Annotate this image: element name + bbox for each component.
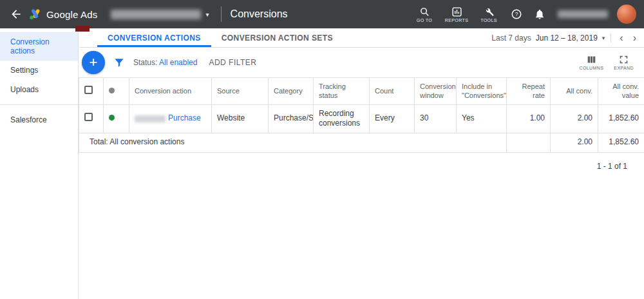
col-label: Category [274,87,303,95]
sidebar-item-salesforce[interactable]: Salesforce [0,110,78,130]
help-icon: ? [511,8,522,20]
tab-label: CONVERSION ACTION SETS [222,34,333,43]
row-category-cell: Purchase/Sale [269,104,314,133]
expand-label: EXPAND [614,66,634,70]
select-all-cell [79,78,104,105]
col-label: Tracking status [319,82,346,99]
date-prev-button[interactable]: ‹ [617,33,625,43]
status-filter-value[interactable]: All enabled [159,58,197,67]
reports-label: REPORTS [445,18,469,23]
row-include-cell: Yes [457,104,507,133]
expand-icon [619,55,629,64]
col-label: All conv. [566,87,592,95]
goto-search-button[interactable]: GO TO [411,6,438,23]
table-tools: COLUMNS EXPAND [580,55,638,70]
status-dot-header [104,78,129,105]
top-app-bar: Google Ads ▾ Conversions GO TO REPORTS T… [0,0,644,28]
columns-button[interactable]: COLUMNS [580,55,604,70]
col-all-conv-value: All conv. value [598,78,644,105]
col-conversion-window: Conversion window [415,78,457,105]
product-name: Google Ads [46,9,98,20]
filter-funnel-icon [113,56,126,69]
col-label: Conversion window [420,82,456,99]
total-repeat-rate-cell [507,133,551,152]
row-all-conv-value-cell: 1,852.60 [598,104,644,133]
date-range-value: Jun 12 – 18, 2019 [536,34,598,43]
account-caret-icon[interactable]: ▾ [206,11,209,18]
filter-button[interactable] [113,56,126,69]
table-row: Purchase Website Purchase/Sale Recording… [79,104,644,133]
columns-label: COLUMNS [580,66,604,70]
col-include-in-conversions: Include in "Conversions" [457,78,507,105]
add-filter-button[interactable]: ADD FILTER [209,58,256,67]
row-name-cell: Purchase [129,104,212,133]
sidebar-item-label: Uploads [10,85,39,94]
date-range-caret-icon: ▾ [602,35,605,41]
col-label: Include in "Conversions" [462,82,506,99]
filter-toolbar: + Status: All enabled ADD FILTER COLUMNS… [79,48,644,77]
svg-text:?: ? [515,12,518,17]
col-label: Conversion action [135,87,191,95]
date-next-button[interactable]: › [630,33,639,43]
help-button[interactable]: ? [507,8,526,20]
select-all-checkbox[interactable] [84,86,93,94]
col-repeat-rate: Repeat rate [507,78,551,105]
col-category: Category [269,78,314,105]
redacted-account-name[interactable] [111,10,201,19]
search-icon [419,6,430,17]
expand-button[interactable]: EXPAND [614,55,634,70]
sidebar-item-settings[interactable]: Settings [0,61,78,80]
redacted-chip [75,26,90,32]
back-arrow-icon [10,8,23,21]
date-range-preset: Last 7 days [491,34,531,43]
date-range-divider [611,34,611,43]
tools-label: TOOLS [480,18,497,23]
sidebar-item-label: Conversion actions [10,37,50,55]
col-source: Source [212,78,269,105]
total-label-cell: Total: All conversion actions [79,133,507,152]
sidebar-divider [0,104,78,105]
reports-icon [451,6,462,17]
tools-wrench-icon [484,6,495,17]
redacted-customer-id [558,10,608,18]
enabled-status-dot-icon [109,115,115,121]
row-count-cell: Every [370,104,415,133]
col-all-conv: All conv. [551,78,598,105]
pagination: 1 - 1 of 1 [79,153,644,171]
row-checkbox[interactable] [84,113,93,121]
topbar-actions: GO TO REPORTS TOOLS ? [411,5,636,24]
row-all-conv-cell: 2.00 [551,104,598,133]
sidebar-item-uploads[interactable]: Uploads [0,80,78,99]
row-select-cell [79,104,104,133]
conversion-action-link[interactable]: Purchase [168,113,201,122]
conversion-actions-table: Conversion action Source Category Tracki… [79,77,644,153]
redacted-name-prefix [135,115,166,122]
topbar-divider [221,6,222,22]
tools-button[interactable]: TOOLS [475,6,502,23]
main-content: CONVERSION ACTIONS CONVERSION ACTION SET… [79,28,644,299]
sidebar: Conversion actions Settings Uploads Sale… [0,28,79,299]
total-row: Total: All conversion actions 2.00 1,852… [79,133,644,152]
back-button[interactable] [6,5,26,24]
sidebar-item-conversion-actions[interactable]: Conversion actions [0,32,78,61]
col-label: All conv. value [612,82,639,99]
tabs-row: CONVERSION ACTIONS CONVERSION ACTION SET… [79,28,644,48]
table-header-row: Conversion action Source Category Tracki… [79,78,644,105]
add-conversion-button[interactable]: + [82,51,105,74]
google-ads-logo-icon [28,7,43,21]
tab-conversion-action-sets[interactable]: CONVERSION ACTION SETS [211,28,343,47]
tab-label: CONVERSION ACTIONS [108,34,201,43]
col-label: Repeat rate [522,82,545,99]
status-filter-label: Status: [133,58,157,67]
notifications-button[interactable] [531,8,549,20]
reports-button[interactable]: REPORTS [443,6,470,23]
status-filter: Status: All enabled [133,58,197,67]
date-range-picker[interactable]: Last 7 days Jun 12 – 18, 2019 ▾ ‹ › [491,28,639,48]
page-title: Conversions [231,8,288,20]
bell-icon [534,8,545,20]
google-ads-logo: Google Ads [28,7,98,21]
avatar[interactable] [617,5,636,24]
goto-label: GO TO [417,18,432,23]
tab-conversion-actions[interactable]: CONVERSION ACTIONS [97,28,211,47]
row-source-cell: Website [212,104,269,133]
